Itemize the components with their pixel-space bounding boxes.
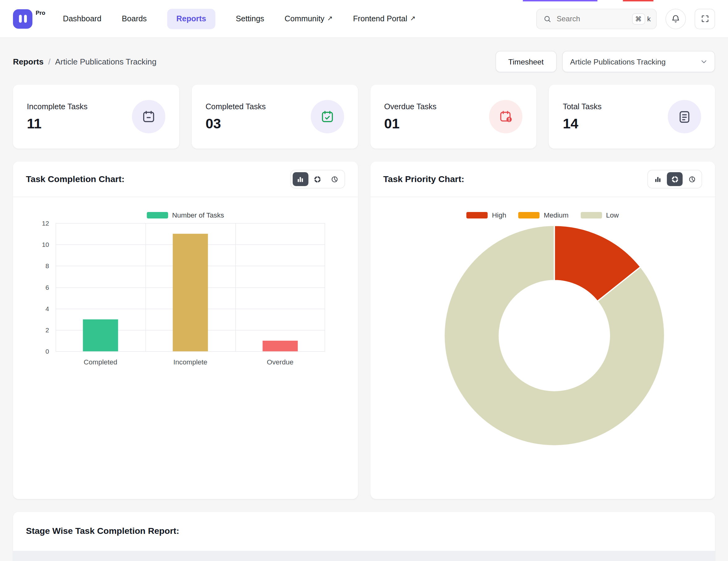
table-header-strip — [13, 551, 715, 561]
breadcrumb-current: Article Publications Tracking — [55, 57, 157, 67]
stat-value: 11 — [27, 115, 88, 131]
chart-card-header: Task Completion Chart: — [13, 162, 358, 198]
top-navbar: Pro Dashboard Boards Reports Settings Co… — [0, 0, 728, 38]
app-root: Pro Dashboard Boards Reports Settings Co… — [0, 0, 728, 561]
legend-item-number-of-tasks[interactable]: Number of Tasks — [147, 211, 224, 219]
stat-label: Completed Tasks — [206, 102, 266, 111]
bar-chart-legend: Number of Tasks — [13, 211, 358, 219]
gridline — [235, 223, 236, 351]
nav-frontend-portal[interactable]: Frontend Portal↗ — [353, 14, 415, 23]
bar-chart-view-button[interactable] — [650, 172, 666, 186]
stat-text: Total Tasks 14 — [563, 102, 602, 132]
bar-chart-icon — [296, 175, 304, 183]
top-loading-bar-purple — [523, 0, 598, 2]
y-axis-label: 8 — [23, 262, 49, 270]
y-axis-label: 6 — [23, 283, 49, 291]
nav-frontend-portal-label: Frontend Portal — [353, 14, 407, 23]
search-input[interactable] — [556, 14, 632, 23]
chart-view-toggle — [290, 170, 345, 189]
donut-chart-view-button[interactable] — [310, 172, 325, 186]
pie-chart-view-button[interactable] — [327, 172, 342, 186]
search-icon — [543, 15, 552, 23]
stat-card-total-tasks: Total Tasks 14 — [549, 85, 715, 149]
legend-swatch — [147, 212, 168, 218]
y-axis-label: 4 — [23, 305, 49, 312]
task-completion-plot: 024681012CompletedIncompleteOverdue — [56, 223, 325, 351]
x-axis-label: Incomplete — [158, 358, 223, 366]
breadcrumb-separator: / — [48, 57, 50, 67]
pie-chart-view-button[interactable] — [684, 172, 700, 186]
pie-chart-icon — [688, 175, 696, 183]
logo-bar — [19, 15, 22, 23]
stat-card-incomplete-tasks: Incomplete Tasks 11 — [13, 85, 179, 149]
notifications-button[interactable] — [666, 9, 686, 29]
brand: Pro — [13, 9, 45, 28]
task-priority-chart-card: Task Priority Chart: HighMe — [370, 162, 715, 499]
bar-chart-view-button[interactable] — [292, 172, 308, 186]
app-logo[interactable] — [13, 9, 32, 28]
y-axis-label: 2 — [23, 326, 49, 333]
timesheet-button[interactable]: Timesheet — [495, 51, 557, 72]
stat-value: 01 — [384, 115, 437, 131]
bar-overdue[interactable] — [263, 341, 298, 351]
navbar-actions: ⌘ k — [536, 9, 715, 29]
bar-chart-icon — [654, 175, 662, 183]
nav-dashboard[interactable]: Dashboard — [63, 14, 102, 23]
donut-chart-icon — [671, 175, 679, 183]
page-header-row: Reports / Article Publications Tracking … — [13, 51, 715, 72]
stage-report-title: Stage Wise Task Completion Report: — [13, 512, 715, 536]
fullscreen-button[interactable] — [695, 9, 715, 29]
chevron-down-icon — [700, 57, 708, 66]
stat-label: Total Tasks — [563, 102, 602, 111]
shortcut-cmd-key: ⌘ — [632, 13, 645, 24]
stats-row: Incomplete Tasks 11 Completed Tasks 03 — [13, 85, 715, 149]
gridline — [56, 223, 325, 224]
nav-community[interactable]: Community↗ — [285, 14, 333, 23]
bar-incomplete[interactable] — [173, 234, 208, 351]
charts-row: Task Completion Chart: Numb — [13, 162, 715, 499]
bar-completed[interactable] — [83, 319, 118, 351]
stat-text: Overdue Tasks 01 — [384, 102, 437, 132]
gridline — [145, 223, 146, 351]
task-priority-donut — [370, 197, 714, 499]
pro-badge: Pro — [36, 10, 45, 16]
breadcrumb: Reports / Article Publications Tracking — [13, 57, 157, 67]
calendar-minus-icon — [132, 100, 165, 133]
y-axis-label: 0 — [23, 348, 49, 355]
external-link-icon: ↗ — [410, 14, 416, 22]
nav-boards[interactable]: Boards — [122, 14, 147, 23]
breadcrumb-reports[interactable]: Reports — [13, 57, 44, 67]
page-content: Reports / Article Publications Tracking … — [0, 51, 728, 561]
task-completion-chart-card: Task Completion Chart: Numb — [13, 162, 358, 499]
gridline — [325, 223, 325, 351]
stat-label: Overdue Tasks — [384, 102, 437, 111]
stat-value: 03 — [206, 115, 266, 131]
top-loading-bar-red — [623, 0, 654, 2]
x-axis-label: Overdue — [248, 358, 313, 366]
fullscreen-expand-icon — [701, 15, 709, 23]
gridline — [56, 351, 325, 352]
bell-icon — [671, 14, 680, 23]
calendar-alert-icon — [489, 100, 522, 133]
chart-view-toggle — [647, 170, 702, 189]
shortcut-k-key: k — [647, 15, 651, 23]
nav-settings[interactable]: Settings — [236, 14, 264, 23]
nav-reports[interactable]: Reports — [167, 9, 215, 29]
external-link-icon: ↗ — [327, 14, 333, 22]
notes-icon — [668, 100, 701, 133]
main-nav: Dashboard Boards Reports Settings Commun… — [63, 9, 416, 29]
stat-value: 14 — [563, 115, 602, 131]
stat-card-completed-tasks: Completed Tasks 03 — [192, 85, 358, 149]
report-select-value: Article Publications Tracking — [570, 57, 666, 66]
y-axis-label: 12 — [23, 220, 49, 227]
stat-text: Completed Tasks 03 — [206, 102, 266, 132]
nav-community-label: Community — [285, 14, 324, 23]
pie-chart-icon — [331, 175, 339, 183]
logo-bar — [24, 15, 27, 23]
stat-text: Incomplete Tasks 11 — [27, 102, 88, 132]
donut-chart-icon — [314, 175, 322, 183]
report-select[interactable]: Article Publications Tracking — [562, 51, 715, 72]
stat-label: Incomplete Tasks — [27, 102, 88, 111]
donut-chart-view-button[interactable] — [667, 172, 683, 186]
search-box[interactable]: ⌘ k — [536, 9, 657, 29]
